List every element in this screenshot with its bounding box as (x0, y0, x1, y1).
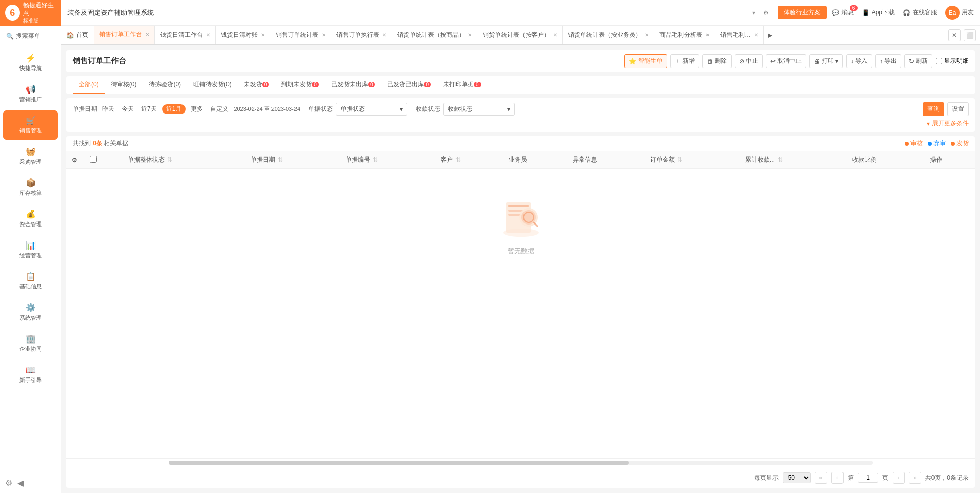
th-settings[interactable]: ⚙ (66, 151, 85, 169)
th-checkbox[interactable] (85, 151, 123, 169)
sort-date[interactable]: ⇅ (278, 156, 283, 163)
next-page-btn[interactable]: › (893, 472, 905, 484)
app-download-btn[interactable]: 📱 App下载 (862, 8, 895, 17)
add-btn[interactable]: ＋ 新增 (670, 54, 699, 68)
page-input[interactable] (858, 473, 878, 483)
date-opt-yesterday[interactable]: 昨天 (100, 104, 117, 115)
scrollbar-track[interactable] (169, 461, 873, 465)
sidebar-settings-icon[interactable]: ⚙ (5, 478, 12, 488)
tab-margin-analysis[interactable]: 商品毛利分析表 ✕ (654, 26, 715, 45)
status-select[interactable]: 单据状态 ▾ (336, 103, 407, 116)
search-menu-btn[interactable]: 🔍 搜索菜单 (3, 30, 58, 42)
show-detail-checkbox[interactable] (936, 58, 942, 64)
import-btn[interactable]: ↓ 导入 (846, 54, 872, 68)
message-btn[interactable]: 💬 消息 6 (832, 8, 854, 17)
sidebar-item-quick-nav[interactable]: ⚡ 快捷导航 (3, 48, 58, 77)
export-btn[interactable]: ↑ 导出 (875, 54, 901, 68)
subtab-wangpu-ship[interactable]: 旺铺待发货(0) (187, 76, 238, 94)
expand-filter-btn[interactable]: ▾ 展开更多条件 (927, 119, 969, 128)
subtab-pending-check[interactable]: 待拣验货(0) (143, 76, 187, 94)
print-btn[interactable]: 🖨 打印 ▾ (809, 54, 843, 68)
select-all-checkbox[interactable] (90, 156, 97, 163)
settings-btn[interactable]: ⚙ (760, 7, 772, 19)
date-opt-custom[interactable]: 自定义 (208, 104, 231, 115)
ship-btn[interactable]: 发货 (951, 139, 969, 148)
tab-goods-stats[interactable]: 销货单统计表（按商品） ✕ (392, 26, 477, 45)
online-service-btn[interactable]: 🎧 在线客服 (903, 8, 937, 17)
industry-btn[interactable]: 体验行业方案 (778, 6, 827, 19)
first-page-btn[interactable]: « (815, 472, 827, 484)
settings-filter-btn[interactable]: 设置 (947, 102, 969, 116)
sidebar-item-system[interactable]: ⚙️ 系统管理 (3, 298, 58, 327)
date-opt-7days[interactable]: 近7天 (139, 104, 159, 115)
delete-btn[interactable]: 🗑 删除 (702, 54, 732, 68)
tab-staff-stats[interactable]: 销货单统计表（按业务员） ✕ (563, 26, 654, 45)
dropdown-arrow-icon[interactable]: ▾ (752, 9, 755, 16)
tab-close-goods-stats[interactable]: ✕ (468, 32, 472, 38)
sort-amount[interactable]: ⇅ (677, 156, 682, 163)
scrollbar-thumb[interactable] (169, 461, 629, 465)
tabs-more-btn[interactable]: ▶ (764, 32, 777, 39)
subtab-unprinted[interactable]: 未打印单据0 (437, 76, 487, 94)
tab-close-sales-exec[interactable]: ✕ (382, 32, 386, 38)
subtab-all[interactable]: 全部(0) (73, 76, 105, 94)
tab-maximize-btn[interactable]: ⬜ (964, 29, 976, 41)
sort-number[interactable]: ⇅ (373, 156, 378, 163)
sort-customer[interactable]: ⇅ (455, 156, 461, 163)
user-menu[interactable]: Ea 用友 (945, 6, 974, 20)
tab-close-sales-margin[interactable]: ✕ (754, 32, 758, 38)
sidebar-item-sales[interactable]: 🛒 销售管理 (3, 110, 58, 140)
tab-close-staff-stats[interactable]: ✕ (645, 32, 649, 38)
sidebar-collapse-icon[interactable]: ◀ (17, 478, 24, 488)
sidebar-item-basic-info[interactable]: 📋 基础信息 (3, 266, 58, 296)
tab-prev-btn[interactable]: ✕ (948, 29, 961, 41)
settings-col-icon[interactable]: ⚙ (72, 156, 77, 164)
date-opt-today[interactable]: 今天 (120, 104, 136, 115)
tab-home[interactable]: 🏠 首页 (61, 26, 94, 45)
subtab-shipped-out[interactable]: 已发货已出库0 (381, 76, 437, 94)
review-btn[interactable]: 审核 (905, 139, 923, 148)
tab-close-margin-analysis[interactable]: ✕ (705, 32, 710, 38)
subtab-unshipped[interactable]: 未发货0 (238, 76, 276, 94)
tab-customer-stats[interactable]: 销货单统计表（按客户） ✕ (477, 26, 563, 45)
cancel-stop-btn[interactable]: ↩ 取消中止 (766, 54, 806, 68)
tab-close-daily-clear[interactable]: ✕ (206, 32, 210, 38)
per-page-select[interactable]: 50 20 100 (783, 472, 811, 483)
tab-close-customer-stats[interactable]: ✕ (553, 32, 557, 38)
refresh-btn[interactable]: ↻ 刷新 (904, 54, 932, 68)
sidebar-item-guide[interactable]: 📖 新手引导 (3, 360, 58, 389)
query-btn[interactable]: 查询 (923, 102, 944, 116)
smart-create-btn[interactable]: ⭐ 智能生单 (624, 54, 667, 68)
tab-sales-margin[interactable]: 销售毛利… ✕ (715, 26, 764, 45)
tab-close-reconcile[interactable]: ✕ (261, 32, 265, 38)
sidebar-item-purchase[interactable]: 🧺 采购管理 (3, 142, 58, 171)
payment-select[interactable]: 收款状态 ▾ (443, 103, 515, 116)
tab-close-sales-order[interactable]: ✕ (145, 32, 149, 37)
sort-status[interactable]: ⇅ (167, 156, 172, 163)
sidebar-search[interactable]: 🔍 搜索菜单 (0, 26, 61, 47)
last-page-btn[interactable]: » (909, 472, 921, 484)
tab-sales-order[interactable]: 销售订单工作台 ✕ (94, 26, 155, 45)
tab-close-sales-stats[interactable]: ✕ (322, 32, 326, 38)
horizontal-scroll-area[interactable] (66, 458, 975, 467)
sidebar-item-enterprise[interactable]: 🏢 企业协同 (3, 329, 58, 358)
stop-btn[interactable]: ⊘ 中止 (735, 54, 763, 68)
sidebar-item-finance[interactable]: 💰 资金管理 (3, 204, 58, 233)
show-detail-label[interactable]: 显示明细 (936, 57, 969, 65)
sidebar-item-inventory[interactable]: 📦 库存核算 (3, 173, 58, 202)
tab-reconcile[interactable]: 钱货日清对账 ✕ (216, 26, 270, 45)
print-dropdown-icon[interactable]: ▾ (835, 58, 838, 65)
date-opt-1month[interactable]: 近1月 (162, 104, 186, 114)
sidebar-item-operations[interactable]: 📊 经营管理 (3, 235, 58, 264)
subtab-pending-review[interactable]: 待审核(0) (105, 76, 143, 94)
subtab-overdue-unshipped[interactable]: 到期未发货0 (275, 76, 325, 94)
subtab-shipped-not-out[interactable]: 已发货未出库0 (325, 76, 381, 94)
tab-daily-clear[interactable]: 钱货日清工作台 ✕ (155, 26, 216, 45)
prev-page-btn[interactable]: ‹ (831, 472, 844, 484)
tab-sales-stats[interactable]: 销售订单统计表 ✕ (270, 26, 331, 45)
cancel-review-btn[interactable]: 弃审 (928, 139, 946, 148)
tab-sales-exec[interactable]: 销售订单执行表 ✕ (331, 26, 392, 45)
sort-collected[interactable]: ⇅ (778, 156, 783, 163)
date-opt-more[interactable]: 更多 (189, 104, 205, 115)
sidebar-item-marketing[interactable]: 📢 营销推广 (3, 79, 58, 108)
